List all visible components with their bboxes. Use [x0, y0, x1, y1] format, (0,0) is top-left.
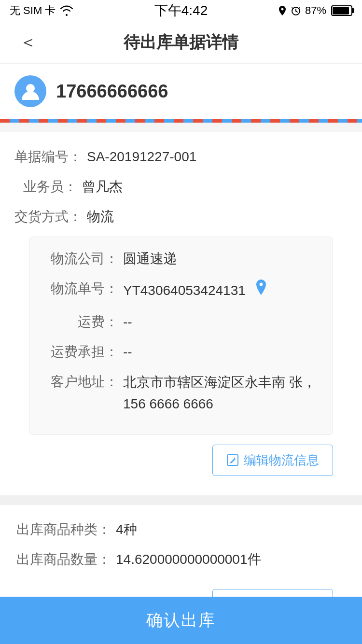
freight-row: 运费： -- — [41, 312, 321, 332]
freight-value: -- — [123, 312, 321, 332]
delivery-method-label: 交货方式： — [14, 207, 82, 227]
order-number-row: 单据编号： SA-20191227-001 — [14, 147, 348, 167]
logistics-company-label: 物流公司： — [41, 249, 118, 269]
address-row: 客户地址： 北京市市辖区海淀区永丰南 张，156 6666 6666 — [41, 372, 321, 415]
order-number-label: 单据编号： — [14, 147, 82, 167]
main-content: 17666666666 单据编号： SA-20191227-001 业务员： 曾… — [0, 64, 362, 644]
salesperson-value: 曾凡杰 — [82, 177, 348, 197]
alarm-icon — [291, 5, 301, 16]
stock-type-label: 出库商品种类： — [14, 519, 111, 540]
battery-bar — [331, 5, 352, 16]
edit-icon — [226, 454, 239, 466]
battery-percent: 87% — [305, 4, 326, 17]
delivery-method-value: 物流 — [87, 207, 348, 227]
edit-logistics-label: 编辑物流信息 — [244, 452, 319, 469]
user-icon — [20, 81, 41, 102]
edit-logistics-button[interactable]: 编辑物流信息 — [212, 445, 333, 476]
nav-bar: ＜ 待出库单据详情 — [0, 21, 362, 64]
status-bar-right: 87% — [278, 4, 352, 17]
status-bar-time: 下午4:42 — [154, 1, 208, 20]
order-number-value: SA-20191227-001 — [87, 147, 348, 167]
logistics-company-row: 物流公司： 圆通速递 — [41, 249, 321, 269]
freight-bearer-value: -- — [123, 342, 321, 362]
salesperson-row: 业务员： 曾凡杰 — [14, 177, 348, 197]
tracking-location-icon[interactable] — [253, 279, 269, 302]
dashed-divider — [0, 119, 362, 123]
battery-fill — [333, 7, 349, 14]
edit-logistics-area: 编辑物流信息 — [14, 435, 348, 486]
customer-card: 17666666666 — [0, 64, 362, 119]
location-status-icon — [278, 5, 287, 16]
stock-type-value: 4种 — [116, 519, 348, 540]
salesperson-label: 业务员： — [14, 177, 77, 197]
tracking-number-value: YT43064053424131 — [123, 279, 321, 302]
carrier-text: 无 SIM 卡 — [10, 3, 56, 18]
logistics-company-value: 圆通速递 — [123, 249, 321, 269]
freight-label: 运费： — [41, 312, 118, 332]
stock-quantity-label: 出库商品数量： — [14, 549, 111, 570]
freight-bearer-label: 运费承担： — [41, 342, 118, 362]
order-info-section: 单据编号： SA-20191227-001 业务员： 曾凡杰 交货方式： 物流 … — [0, 132, 362, 495]
customer-avatar — [14, 75, 46, 107]
section-separator-1 — [0, 495, 362, 505]
freight-bearer-row: 运费承担： -- — [41, 342, 321, 362]
status-bar: 无 SIM 卡 下午4:42 87% — [0, 0, 362, 21]
tracking-number-row: 物流单号： YT43064053424131 — [41, 279, 321, 302]
delivery-method-row: 交货方式： 物流 — [14, 207, 348, 227]
stock-type-row: 出库商品种类： 4种 — [14, 519, 348, 540]
address-value: 北京市市辖区海淀区永丰南 张，156 6666 6666 — [123, 372, 321, 415]
page-title: 待出库单据详情 — [124, 31, 238, 54]
wifi-icon — [59, 5, 74, 16]
confirm-button[interactable]: 确认出库 — [146, 609, 216, 631]
stock-quantity-value: 14.620000000000001件 — [116, 549, 348, 570]
address-label: 客户地址： — [41, 372, 118, 392]
bottom-bar: 确认出库 — [0, 597, 362, 644]
tracking-number-label: 物流单号： — [41, 279, 118, 299]
customer-phone: 17666666666 — [56, 81, 168, 102]
stock-quantity-row: 出库商品数量： 14.620000000000001件 — [14, 549, 348, 570]
back-button[interactable]: ＜ — [14, 26, 42, 59]
status-bar-left: 无 SIM 卡 — [10, 3, 74, 18]
logistics-card: 物流公司： 圆通速递 物流单号： YT43064053424131 运费： -- — [29, 237, 333, 435]
